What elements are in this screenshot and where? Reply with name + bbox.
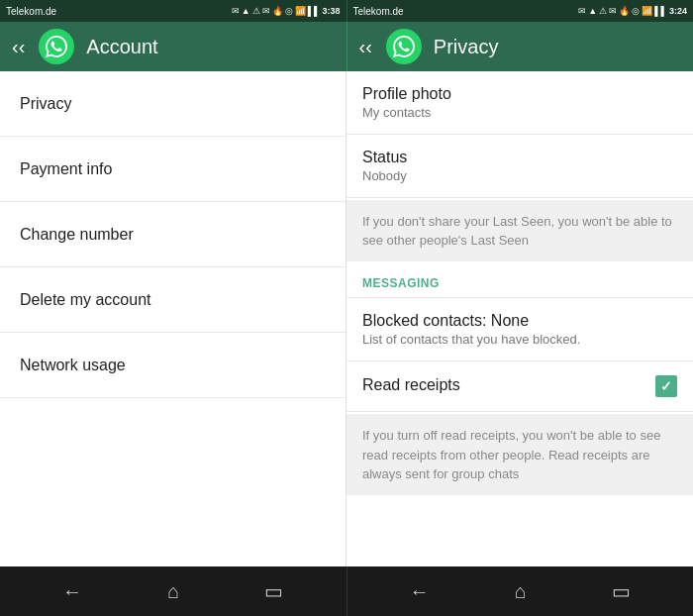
blocked-contacts-subtitle: List of contacts that you have blocked. (362, 332, 677, 347)
left-recent-nav-icon[interactable]: ▭ (264, 579, 283, 603)
left-panel: Privacy Payment info Change number Delet… (0, 71, 346, 566)
read-receipts-info-text: If you turn off read receipts, you won't… (362, 428, 660, 480)
status-info-text: If you don't share your Last Seen, you w… (362, 214, 672, 248)
menu-item-delete-account[interactable]: Delete my account (0, 267, 346, 333)
profile-photo-title: Profile photo (362, 85, 677, 103)
right-home-nav-icon[interactable]: ⌂ (515, 580, 527, 603)
right-time: 3:24 (669, 6, 687, 16)
right-back-arrow[interactable]: ‹‹ (359, 36, 372, 58)
right-nav-bar: ← ⌂ ▭ (347, 566, 694, 616)
status-title: Status (362, 149, 677, 166)
left-status-bar: Telekom.de ✉▲⚠✉🔥◎📶▌▌ 3:38 (0, 0, 346, 22)
left-back-nav-icon[interactable]: ← (62, 580, 82, 603)
right-recent-nav-icon[interactable]: ▭ (612, 579, 631, 603)
menu-item-network-usage[interactable]: Network usage (0, 333, 346, 398)
right-panel: Profile photo My contacts Status Nobody … (346, 71, 693, 566)
blocked-contacts-item[interactable]: Blocked contacts: None List of contacts … (346, 298, 693, 361)
status-item[interactable]: Status Nobody (346, 135, 693, 198)
menu-item-privacy[interactable]: Privacy (0, 71, 346, 137)
menu-item-payment-info[interactable]: Payment info (0, 137, 346, 202)
right-app-bar-title: Privacy (434, 36, 499, 58)
messaging-header-text: MESSAGING (362, 276, 440, 290)
right-status-icons: ✉▲⚠✉🔥◎📶▌▌ 3:24 (578, 6, 687, 16)
left-whatsapp-logo (39, 29, 74, 64)
left-nav-bar: ← ⌂ ▭ (0, 566, 346, 616)
right-status-bar: Telekom.de ✉▲⚠✉🔥◎📶▌▌ 3:24 (347, 0, 694, 22)
status-info-box: If you don't share your Last Seen, you w… (346, 200, 693, 261)
read-receipts-item[interactable]: Read receipts (346, 361, 693, 412)
right-carrier: Telekom.de (353, 6, 404, 17)
left-app-bar: ‹‹ Account (0, 22, 346, 71)
left-back-arrow[interactable]: ‹‹ (12, 36, 25, 58)
profile-photo-item[interactable]: Profile photo My contacts (346, 71, 693, 135)
menu-item-change-number[interactable]: Change number (0, 202, 346, 267)
read-receipts-info-box: If you turn off read receipts, you won't… (346, 414, 693, 495)
right-back-nav-icon[interactable]: ← (410, 580, 430, 603)
blocked-contacts-title: Blocked contacts: None (362, 312, 677, 330)
left-home-nav-icon[interactable]: ⌂ (167, 580, 179, 603)
left-time: 3:38 (322, 6, 340, 16)
read-receipts-title: Read receipts (362, 376, 460, 394)
status-subtitle: Nobody (362, 168, 677, 183)
right-app-bar: ‹‹ Privacy (347, 22, 694, 71)
profile-photo-subtitle: My contacts (362, 105, 677, 120)
read-receipts-checkbox[interactable] (655, 375, 677, 397)
left-status-icons: ✉▲⚠✉🔥◎📶▌▌ 3:38 (232, 6, 341, 16)
messaging-section-header: MESSAGING (346, 263, 693, 298)
left-app-bar-title: Account (86, 36, 157, 58)
right-whatsapp-logo (386, 29, 422, 64)
left-carrier: Telekom.de (6, 6, 56, 17)
